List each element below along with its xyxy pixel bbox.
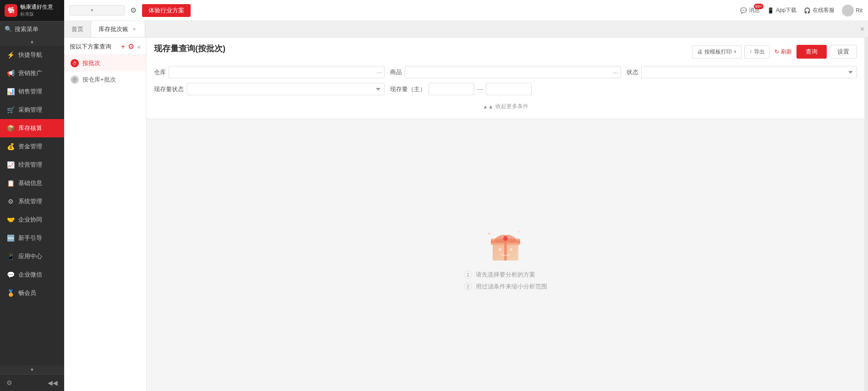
status-select[interactable]: 正常 停用 [641, 66, 857, 78]
online-service-action[interactable]: 🎧 在线客服 [804, 6, 835, 14]
messages-badge: 99+ [754, 4, 764, 9]
basic-icon: 📋 [6, 179, 15, 187]
guide-icon: 🆕 [6, 234, 15, 242]
sidebar-item-label: 资金管理 [18, 142, 42, 151]
marketing-icon: 📢 [6, 69, 15, 77]
sidebar-item-inventory[interactable]: 📦 库存核算 [0, 119, 64, 137]
filter-group-inventory-quantity: 现存量（主） — [390, 83, 621, 95]
warehouse-input-wrap: ··· [169, 66, 385, 78]
search-label: 搜索菜单 [15, 25, 38, 33]
user-action[interactable]: Rit [842, 5, 863, 16]
sidebar-item-label: 快捷导航 [18, 51, 42, 59]
sidebar-item-member[interactable]: 🏅 畅会员 [0, 284, 64, 302]
sidebar-item-quicknav[interactable]: ⚡ 快捷导航 [0, 46, 64, 64]
messages-action[interactable]: 💬 消息 99+ [740, 6, 760, 14]
scheme-icon-warehouse-batch: ⏱ [71, 76, 79, 84]
purchase-icon: 🛒 [6, 106, 15, 114]
product-filter-label: 商品 [390, 68, 402, 76]
refresh-button[interactable]: ↻ 刷新 [773, 46, 794, 58]
collapse-label: 收起更多条件 [495, 103, 528, 110]
sidebar-item-enterprise[interactable]: 🤝 企业协同 [0, 211, 64, 229]
sidebar-item-label: 营销推广 [18, 69, 42, 77]
warehouse-filter-label: 仓库 [154, 68, 166, 76]
svg-text:✦: ✦ [487, 231, 491, 236]
svg-text:✦: ✦ [517, 230, 520, 234]
empty-steps: 1 请先选择要分析的方案 2 用过滤条件来缩小分析范围 [464, 271, 547, 291]
sidebar-item-purchase[interactable]: 🛒 采购管理 [0, 101, 64, 119]
svg-text:✦: ✦ [520, 242, 523, 245]
sidebar-item-system[interactable]: ⚙ 系统管理 [0, 192, 64, 211]
sidebar-item-wechat[interactable]: 💬 企业微信 [0, 266, 64, 284]
scheme-icon-batch: ⏱ [71, 59, 79, 67]
settings-icon[interactable]: ⚙ [6, 379, 12, 386]
quicknav-icon: ⚡ [6, 51, 15, 59]
tab-close-main-icon[interactable]: × [860, 25, 864, 33]
filter-group-product: 商品 ··· [390, 66, 621, 78]
export-label: 导出 [754, 48, 765, 56]
range-separator: — [477, 86, 483, 92]
export-button[interactable]: ↑ 导出 [744, 45, 770, 59]
print-icon: 🖨 [697, 49, 703, 55]
sidebar-item-marketing[interactable]: 📢 营销推广 [0, 64, 64, 82]
sidebar-search[interactable]: 🔍 搜索菜单 [0, 22, 64, 37]
topbar-left: ▾ ⚙ 体验行业方案 [70, 4, 736, 17]
left-panel-title: 按以下方案查询 [70, 43, 111, 51]
sidebar-item-sales[interactable]: 📊 销售管理 [0, 82, 64, 101]
scroll-down-button[interactable]: ▼ [0, 365, 64, 374]
query-button[interactable]: 查询 [797, 45, 827, 59]
empty-state: ✦ ✦ ✦ 1 请先选择要分析的方案 2 用过滤条件来缩小分析范围 [147, 119, 864, 391]
tab-close-icon[interactable]: × [131, 26, 137, 33]
scroll-up-button[interactable]: ▲ [0, 37, 64, 46]
svg-point-7 [499, 248, 501, 251]
sidebar-item-finance[interactable]: 💰 资金管理 [0, 137, 64, 156]
app-download-action[interactable]: 📱 App下载 [767, 6, 797, 14]
topbar: ▾ ⚙ 体验行业方案 💬 消息 99+ 📱 App下载 🎧 在线客服 Rit [64, 0, 868, 21]
template-print-dropdown-icon: ▾ [734, 49, 736, 55]
collapse-panel-icon[interactable]: « [137, 43, 141, 50]
sidebar-bottom: ⚙ ◀◀ [0, 374, 64, 391]
template-print-button[interactable]: 🖨 按模板打印 ▾ [692, 45, 742, 59]
scheme-settings-icon[interactable]: ⚙ [128, 42, 134, 51]
right-panel: 现存量查询(按批次) 🖨 按模板打印 ▾ ↑ 导出 ↻ [147, 38, 864, 391]
sidebar-item-basic[interactable]: 📋 基础信息 [0, 174, 64, 192]
filter-row-1: 仓库 ··· 商品 ··· 状态 [154, 66, 857, 78]
warehouse-dots-icon[interactable]: ··· [377, 69, 382, 76]
scheme-item-batch[interactable]: ⏱ 按批次 [64, 55, 146, 71]
product-input[interactable] [405, 66, 621, 78]
left-panel-actions: + ⚙ « [121, 42, 141, 51]
refresh-icon: ↻ [775, 49, 779, 55]
scheme-item-warehouse-batch[interactable]: ⏱ 按仓库+批次 [64, 71, 146, 88]
settings-button[interactable]: 设置 [830, 45, 857, 59]
sidebar: 畅 畅康通好生意 标准版 🔍 搜索菜单 ▲ ⚡ 快捷导航 📢 营销推广 📊 销售… [0, 0, 64, 391]
sidebar-item-operations[interactable]: 📈 经营管理 [0, 156, 64, 174]
trial-button[interactable]: 体验行业方案 [142, 4, 191, 17]
product-dots-icon[interactable]: ··· [613, 69, 618, 76]
collapse-sidebar-icon[interactable]: ◀◀ [48, 379, 58, 386]
empty-illustration: ✦ ✦ ✦ [483, 219, 528, 265]
wechat-icon: 💬 [6, 271, 15, 279]
tab-inventory-batch[interactable]: 库存批次账 × [91, 21, 145, 37]
tab-inventory-batch-label: 库存批次账 [99, 25, 128, 33]
gear-icon[interactable]: ⚙ [128, 4, 138, 16]
warehouse-input[interactable] [169, 66, 385, 78]
add-scheme-icon[interactable]: + [121, 43, 125, 51]
sidebar-item-appcenter[interactable]: 📱 应用中心 [0, 247, 64, 266]
step-2-text: 用过滤条件来缩小分析范围 [476, 282, 547, 291]
sidebar-item-guide[interactable]: 🆕 新手引导 [0, 229, 64, 247]
inventory-status-select[interactable] [187, 83, 385, 95]
scheme-item-batch-label: 按批次 [82, 59, 100, 67]
filter-group-inventory-status: 现存量状态 [154, 83, 385, 95]
tab-home[interactable]: 首页 [64, 21, 91, 37]
product-input-wrap: ··· [405, 66, 621, 78]
topbar-right: 💬 消息 99+ 📱 App下载 🎧 在线客服 Rit [740, 5, 863, 16]
inventory-quantity-label: 现存量（主） [390, 85, 426, 93]
member-icon: 🏅 [6, 289, 15, 297]
collapse-filters-button[interactable]: ▲▲ 收起更多条件 [154, 100, 857, 113]
inventory-icon: 📦 [6, 124, 15, 132]
breadcrumb-chevron-icon: ▾ [91, 7, 93, 13]
quantity-max-input[interactable] [486, 83, 532, 95]
system-icon: ⚙ [6, 197, 15, 206]
page-title: 现存量查询(按批次) [154, 43, 225, 54]
quantity-min-input[interactable] [429, 83, 474, 95]
breadcrumb-text [74, 7, 89, 14]
